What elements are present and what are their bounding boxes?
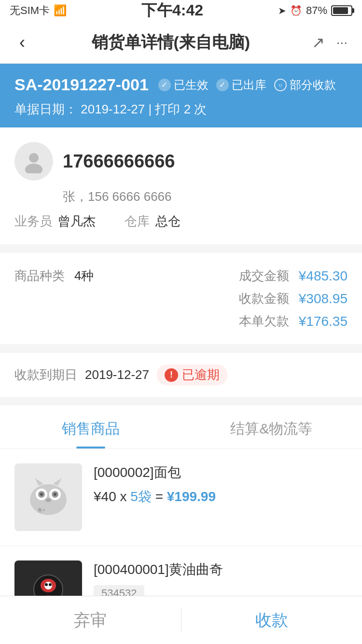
owl-icon: 鱼+ xyxy=(24,473,72,521)
battery-icon xyxy=(331,5,352,16)
customer-name: 17666666666 xyxy=(63,151,175,172)
due-section: 收款到期日 2019-12-27 ! 已逾期 xyxy=(0,353,362,397)
debt-row: 本单欠款 ¥176.35 xyxy=(239,313,348,330)
status-right: ➤ ⏰ 87% xyxy=(278,4,352,17)
tab-sales-products[interactable]: 销售商品 xyxy=(0,406,181,448)
product-qty-1: 5袋 xyxy=(130,489,155,504)
customer-section: 17666666666 张，156 6666 6666 业务员 曾凡杰 仓库 总… xyxy=(0,127,362,244)
check-icon-1: ✓ xyxy=(158,79,171,91)
bottom-bar: 弃审 收款 xyxy=(0,596,362,644)
summary-left: 商品种类 4种 xyxy=(14,267,94,284)
sales-label: 业务员 xyxy=(14,213,52,230)
alarm-icon: ⏰ xyxy=(290,5,302,16)
svg-text:鱼+: 鱼+ xyxy=(38,507,45,513)
customer-meta: 业务员 曾凡杰 仓库 总仓 xyxy=(14,213,348,230)
tab-settlement[interactable]: 结算&物流等 xyxy=(181,406,362,448)
customer-row: 17666666666 xyxy=(14,142,348,181)
receipt-label: 收款金额 xyxy=(239,290,289,307)
warehouse-label: 仓库 xyxy=(125,213,150,230)
nav-actions: ↗︎ ··· xyxy=(312,33,348,52)
svg-marker-11 xyxy=(53,478,62,486)
no-sim-text: 无SIM卡 xyxy=(10,3,50,18)
divider-2 xyxy=(0,345,362,353)
overdue-text: 已逾期 xyxy=(182,366,220,383)
back-button[interactable]: ‹ xyxy=(14,28,30,57)
svg-point-1 xyxy=(25,164,42,173)
summary-section: 商品种类 4种 成交金额 ¥485.30 收款金额 ¥308.95 本单欠款 ¥… xyxy=(0,253,362,344)
status-time: 下午4:42 xyxy=(141,0,203,21)
summary-row: 商品种类 4种 成交金额 ¥485.30 收款金额 ¥308.95 本单欠款 ¥… xyxy=(14,267,348,330)
summary-right: 成交金额 ¥485.30 收款金额 ¥308.95 本单欠款 ¥176.35 xyxy=(239,267,348,330)
wifi-icon: 📶 xyxy=(54,4,67,17)
banner-date: 单据日期： 2019-12-27 | 打印 2 次 xyxy=(14,101,348,118)
banner-badges: ✓ 已生效 ✓ 已出库 ○ 部分收款 xyxy=(158,77,336,93)
product-item: 鱼+ [0000002]面包 ¥40 x 5袋 = ¥199.99 xyxy=(0,449,362,546)
status-left: 无SIM卡 📶 xyxy=(10,3,67,18)
avatar-icon xyxy=(22,149,46,173)
product-image-1: 鱼+ xyxy=(14,463,82,531)
divider-3 xyxy=(0,398,362,406)
debt-label: 本单欠款 xyxy=(239,313,289,330)
customer-avatar xyxy=(14,142,53,181)
product-name-2: [000400001]黄油曲奇 xyxy=(94,560,348,579)
tabs-container: 销售商品 结算&物流等 xyxy=(0,406,362,449)
overdue-icon: ! xyxy=(165,368,178,382)
transaction-value: ¥485.30 xyxy=(299,268,348,284)
receipt-value: ¥308.95 xyxy=(299,291,348,307)
transaction-label: 成交金额 xyxy=(239,267,289,284)
divider-1 xyxy=(0,245,362,253)
svg-point-17 xyxy=(45,583,48,586)
customer-info: 张，156 6666 6666 xyxy=(14,188,348,205)
product-price-1: ¥40 x 5袋 = ¥199.99 xyxy=(94,488,348,506)
svg-point-7 xyxy=(40,493,43,496)
transaction-row: 成交金额 ¥485.30 xyxy=(239,267,348,284)
svg-point-0 xyxy=(29,153,39,163)
overdue-badge: ! 已逾期 xyxy=(157,364,227,385)
badge-activated: ✓ 已生效 xyxy=(158,77,209,93)
header-banner: SA-20191227-001 ✓ 已生效 ✓ 已出库 ○ 部分收款 单据日期：… xyxy=(0,64,362,127)
check-icon-2: ✓ xyxy=(216,79,229,91)
sales-info: 业务员 曾凡杰 xyxy=(14,213,96,230)
order-id: SA-20191227-001 xyxy=(14,75,149,94)
tab-underline xyxy=(76,447,105,448)
warehouse-info: 仓库 总仓 xyxy=(125,213,181,230)
due-date: 2019-12-27 xyxy=(85,367,149,382)
product-name-1: [0000002]面包 xyxy=(94,463,348,482)
due-label: 收款到期日 xyxy=(14,366,77,383)
battery-text: 87% xyxy=(306,4,327,17)
receipt-row: 收款金额 ¥308.95 xyxy=(239,290,348,307)
page-title: 销货单详情(来自电脑) xyxy=(92,31,251,54)
type-label: 商品种类 xyxy=(14,267,65,284)
badge-shipped: ✓ 已出库 xyxy=(216,77,266,93)
nav-bar: ‹ 销货单详情(来自电脑) ↗︎ ··· xyxy=(0,21,362,64)
confirm-button[interactable]: 收款 xyxy=(181,596,362,644)
product-total-1: ¥199.99 xyxy=(167,489,216,504)
svg-marker-10 xyxy=(35,478,43,486)
svg-point-8 xyxy=(54,493,56,496)
debt-value: ¥176.35 xyxy=(299,314,348,329)
clock-icon: ○ xyxy=(274,79,287,91)
more-button[interactable]: ··· xyxy=(336,35,348,50)
badge-partial: ○ 部分收款 xyxy=(274,77,336,93)
cancel-button[interactable]: 弃审 xyxy=(0,596,181,644)
product-info-1: [0000002]面包 ¥40 x 5袋 = ¥199.99 xyxy=(94,463,348,506)
type-count: 4种 xyxy=(74,267,94,284)
status-bar: 无SIM卡 📶 下午4:42 ➤ ⏰ 87% xyxy=(0,0,362,21)
svg-point-18 xyxy=(49,583,52,586)
sales-value: 曾凡杰 xyxy=(58,213,96,230)
location-icon: ➤ xyxy=(278,5,286,16)
warehouse-value: 总仓 xyxy=(155,213,181,230)
svg-point-9 xyxy=(45,498,51,502)
share-button[interactable]: ↗︎ xyxy=(312,33,325,52)
